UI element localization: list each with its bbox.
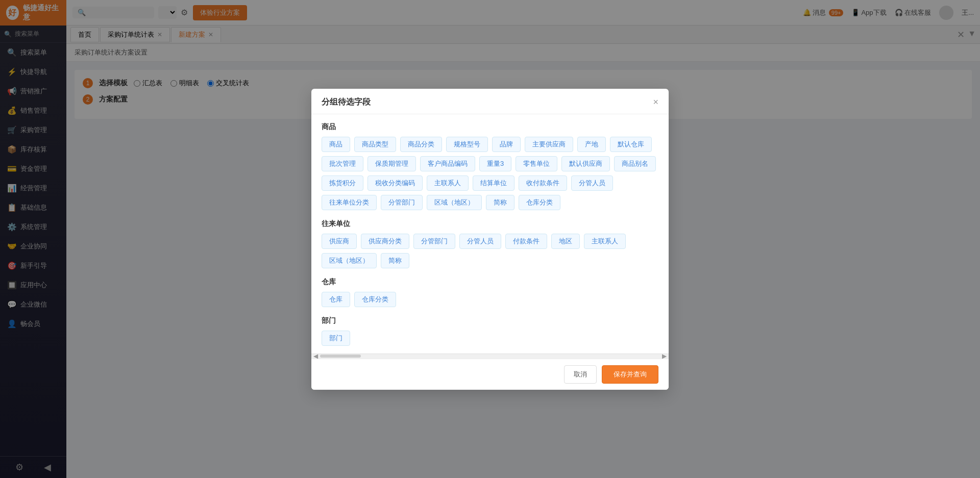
field-item-0-19[interactable]: 收付款条件 [519,175,567,191]
field-section-2: 仓库仓库仓库分类 [322,278,658,307]
field-item-0-22[interactable]: 分管部门 [381,195,423,210]
field-item-1-0[interactable]: 供应商 [322,234,357,249]
field-section-1: 往来单位供应商供应商分类分管部门分管人员付款条件地区主联系人区域（地区）简称 [322,219,658,268]
field-section-0: 商品商品商品类型商品分类规格型号品牌主要供应商产地默认仓库批次管理保质期管理客户… [322,122,658,210]
field-items-2: 仓库仓库分类 [322,292,658,307]
field-item-0-24[interactable]: 简称 [486,195,514,210]
cancel-button[interactable]: 取消 [564,365,597,384]
field-item-1-8[interactable]: 简称 [381,253,409,268]
field-item-2-1[interactable]: 仓库分类 [354,292,396,307]
field-item-2-0[interactable]: 仓库 [322,292,350,307]
save-button[interactable]: 保存并查询 [602,365,658,384]
field-item-0-25[interactable]: 仓库分类 [519,195,560,210]
dialog-body: 商品商品商品类型商品分类规格型号品牌主要供应商产地默认仓库批次管理保质期管理客户… [311,114,669,354]
field-item-1-5[interactable]: 地区 [551,234,580,249]
field-item-0-20[interactable]: 分管人员 [571,175,613,191]
field-item-0-1[interactable]: 商品类型 [354,137,396,152]
field-item-0-9[interactable]: 保质期管理 [368,156,416,171]
field-item-1-7[interactable]: 区域（地区） [322,253,377,268]
field-items-1: 供应商供应商分类分管部门分管人员付款条件地区主联系人区域（地区）简称 [322,234,658,268]
field-item-0-16[interactable]: 税收分类编码 [368,175,423,191]
field-item-0-11[interactable]: 重量3 [479,156,511,171]
hscroll-thumb [320,355,361,358]
field-item-1-1[interactable]: 供应商分类 [361,234,409,249]
field-item-0-7[interactable]: 默认仓库 [610,137,652,152]
field-item-0-8[interactable]: 批次管理 [322,156,363,171]
field-item-1-3[interactable]: 分管人员 [459,234,501,249]
dialog-footer: 取消 保存并查询 [311,359,669,390]
dialog-hscrollbar[interactable]: ◀ ▶ [311,354,669,359]
dialog-overlay: 分组待选字段 × 商品商品商品类型商品分类规格型号品牌主要供应商产地默认仓库批次… [0,0,980,478]
field-item-0-12[interactable]: 零售单位 [516,156,557,171]
field-item-0-13[interactable]: 默认供应商 [561,156,610,171]
field-item-0-17[interactable]: 主联系人 [427,175,469,191]
field-item-1-4[interactable]: 付款条件 [505,234,547,249]
field-item-0-14[interactable]: 商品别名 [614,156,656,171]
field-item-0-10[interactable]: 客户商品编码 [420,156,475,171]
field-item-0-4[interactable]: 品牌 [492,137,521,152]
dialog-title: 分组待选字段 [322,97,371,108]
field-item-0-23[interactable]: 区域（地区） [427,195,482,210]
field-item-0-0[interactable]: 商品 [322,137,350,152]
field-section-title-3: 部门 [322,316,658,325]
field-item-1-2[interactable]: 分管部门 [413,234,455,249]
field-section-title-1: 往来单位 [322,219,658,229]
field-item-1-6[interactable]: 主联系人 [584,234,626,249]
field-section-3: 部门部门 [322,316,658,346]
dialog-close-button[interactable]: × [653,97,658,108]
field-select-dialog: 分组待选字段 × 商品商品商品类型商品分类规格型号品牌主要供应商产地默认仓库批次… [311,89,669,390]
field-section-title-2: 仓库 [322,278,658,287]
field-item-0-6[interactable]: 产地 [577,137,606,152]
dialog-header: 分组待选字段 × [311,89,669,114]
field-items-3: 部门 [322,331,658,346]
field-section-title-0: 商品 [322,122,658,132]
field-item-0-21[interactable]: 往来单位分类 [322,195,377,210]
field-items-0: 商品商品类型商品分类规格型号品牌主要供应商产地默认仓库批次管理保质期管理客户商品… [322,137,658,210]
field-item-0-18[interactable]: 结算单位 [473,175,514,191]
field-item-0-5[interactable]: 主要供应商 [525,137,573,152]
field-item-0-2[interactable]: 商品分类 [400,137,442,152]
field-item-0-3[interactable]: 规格型号 [446,137,488,152]
field-item-3-0[interactable]: 部门 [322,331,350,346]
field-item-0-15[interactable]: 拣货积分 [322,175,363,191]
